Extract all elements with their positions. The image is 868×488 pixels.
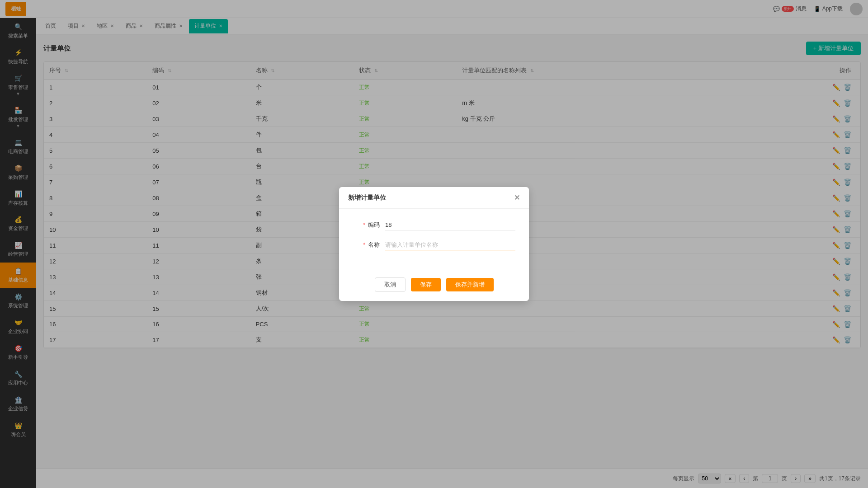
cancel-button[interactable]: 取消 bbox=[375, 277, 406, 292]
dialog-overlay: 新增计量单位 ✕ * 编码 * 名称 取消 保存 保存并新增 bbox=[0, 0, 868, 488]
dialog-body: * 编码 * 名称 bbox=[339, 209, 529, 270]
dialog-footer: 取消 保存 保存并新增 bbox=[339, 270, 529, 301]
form-row-name: * 名称 bbox=[353, 239, 515, 250]
required-mark: * bbox=[363, 221, 365, 228]
save-and-new-button[interactable]: 保存并新增 bbox=[446, 278, 494, 291]
form-row-code: * 编码 bbox=[353, 220, 515, 230]
save-button[interactable]: 保存 bbox=[411, 278, 441, 291]
name-input[interactable] bbox=[385, 239, 515, 250]
required-mark: * bbox=[363, 241, 365, 248]
name-label: * 名称 bbox=[353, 241, 380, 249]
dialog-header: 新增计量单位 ✕ bbox=[339, 187, 529, 209]
dialog-close-button[interactable]: ✕ bbox=[514, 193, 520, 202]
code-label: * 编码 bbox=[353, 221, 380, 229]
add-measure-unit-dialog: 新增计量单位 ✕ * 编码 * 名称 取消 保存 保存并新增 bbox=[339, 187, 529, 301]
code-input[interactable] bbox=[385, 220, 515, 230]
dialog-title: 新增计量单位 bbox=[348, 194, 386, 202]
